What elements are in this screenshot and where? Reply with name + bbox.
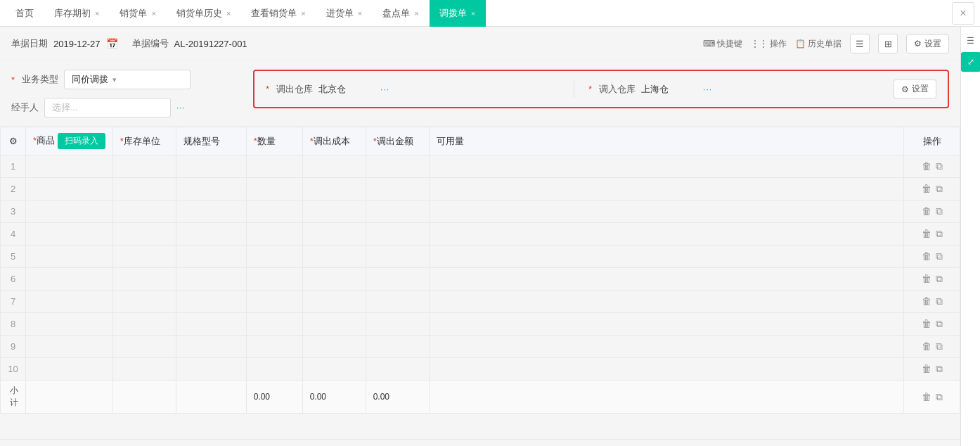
qty-cell[interactable] <box>246 155 302 178</box>
unit-cell[interactable] <box>112 381 176 414</box>
amount-cell[interactable] <box>366 223 429 246</box>
spec-cell[interactable] <box>176 223 246 246</box>
cost-cell[interactable] <box>302 291 366 313</box>
spec-cell[interactable] <box>176 313 246 336</box>
spec-cell[interactable] <box>176 200 246 223</box>
cost-cell[interactable] <box>302 268 366 291</box>
in-warehouse-more-icon[interactable]: ··· <box>703 84 712 94</box>
product-cell[interactable] <box>26 291 113 313</box>
handler-select[interactable]: 选择... <box>44 98 171 117</box>
spec-cell[interactable] <box>176 336 246 358</box>
tab-close-purchase-order[interactable]: × <box>358 9 362 18</box>
qty-cell[interactable] <box>246 336 302 358</box>
tab-home[interactable]: 首页 <box>6 0 44 27</box>
list-view-button[interactable]: ☰ <box>850 34 870 53</box>
amount-cell[interactable] <box>366 246 429 268</box>
unit-cell[interactable] <box>112 291 176 313</box>
product-cell[interactable] <box>26 313 113 336</box>
copy-row-button[interactable]: ⧉ <box>936 228 943 239</box>
cost-cell[interactable] <box>302 313 366 336</box>
unit-cell[interactable] <box>112 223 176 246</box>
tab-close-inventory-init[interactable]: × <box>95 9 99 18</box>
tab-sales-history[interactable]: 销货单历史 × <box>167 0 241 27</box>
copy-row-button[interactable]: ⧉ <box>936 363 943 374</box>
window-close-button[interactable]: × <box>952 2 974 25</box>
spec-cell[interactable] <box>176 381 246 414</box>
warehouse-settings-button[interactable]: ⚙ 设置 <box>894 79 936 98</box>
delete-row-button[interactable]: 🗑 <box>922 318 931 329</box>
spec-cell[interactable] <box>176 155 246 178</box>
product-cell[interactable] <box>26 268 113 291</box>
qty-cell[interactable] <box>246 223 302 246</box>
amount-cell[interactable] <box>366 358 429 381</box>
tab-view-sales[interactable]: 查看销货单 × <box>241 0 316 27</box>
amount-cell[interactable] <box>366 313 429 336</box>
spec-cell[interactable] <box>176 246 246 268</box>
cost-cell[interactable] <box>302 246 366 268</box>
spec-cell[interactable] <box>176 358 246 381</box>
qty-cell[interactable] <box>246 313 302 336</box>
unit-cell[interactable] <box>112 268 176 291</box>
copy-row-button[interactable]: ⧉ <box>936 160 943 172</box>
product-cell[interactable] <box>26 381 113 414</box>
cost-cell[interactable] <box>302 178 366 200</box>
delete-row-button[interactable]: 🗑 <box>922 295 931 307</box>
cost-cell[interactable] <box>302 200 366 223</box>
copy-row-button[interactable]: ⧉ <box>936 273 943 284</box>
tab-transfer[interactable]: 调拨单 × <box>430 0 486 27</box>
grid-view-button[interactable]: ⊞ <box>878 34 898 53</box>
operations-action[interactable]: ⋮⋮ 操作 <box>751 38 787 50</box>
amount-cell[interactable] <box>366 155 429 178</box>
tab-close-view-sales[interactable]: × <box>301 9 305 18</box>
tab-sales-order[interactable]: 销货单 × <box>110 0 166 27</box>
delete-row-button[interactable]: 🗑 <box>922 250 931 262</box>
copy-row-button[interactable]: ⧉ <box>936 295 943 307</box>
spec-cell[interactable] <box>176 268 246 291</box>
amount-cell[interactable] <box>366 291 429 313</box>
product-cell[interactable] <box>26 246 113 268</box>
product-cell[interactable] <box>26 200 113 223</box>
qty-cell[interactable] <box>246 358 302 381</box>
calendar-icon[interactable]: 📅 <box>106 38 118 49</box>
copy-row-button[interactable]: ⧉ <box>936 250 943 262</box>
scan-button[interactable]: 扫码录入 <box>58 133 105 149</box>
sidebar-list-button[interactable]: ☰ <box>962 32 979 49</box>
copy-row-button[interactable]: ⧉ <box>936 391 943 402</box>
unit-cell[interactable] <box>112 358 176 381</box>
qty-cell[interactable]: 0.00 <box>246 381 302 414</box>
spec-cell[interactable] <box>176 291 246 313</box>
delete-row-button[interactable]: 🗑 <box>922 205 931 217</box>
cost-cell[interactable] <box>302 358 366 381</box>
product-cell[interactable] <box>26 223 113 246</box>
settings-button[interactable]: ⚙ 设置 <box>906 34 949 53</box>
horizontal-scrollbar[interactable] <box>0 439 960 446</box>
qty-cell[interactable] <box>246 268 302 291</box>
qty-cell[interactable] <box>246 246 302 268</box>
qty-cell[interactable] <box>246 200 302 223</box>
delete-row-button[interactable]: 🗑 <box>922 363 931 374</box>
delete-row-button[interactable]: 🗑 <box>922 160 931 172</box>
unit-cell[interactable] <box>112 313 176 336</box>
amount-cell[interactable] <box>366 178 429 200</box>
cost-cell[interactable] <box>302 336 366 358</box>
unit-cell[interactable] <box>112 200 176 223</box>
history-action[interactable]: 📋 历史单据 <box>795 38 842 50</box>
unit-cell[interactable] <box>112 178 176 200</box>
copy-row-button[interactable]: ⧉ <box>936 183 943 194</box>
cost-cell[interactable] <box>302 155 366 178</box>
cost-cell[interactable]: 0.00 <box>302 381 366 414</box>
cost-cell[interactable] <box>302 223 366 246</box>
delete-row-button[interactable]: 🗑 <box>922 228 931 239</box>
copy-row-button[interactable]: ⧉ <box>936 318 943 329</box>
tab-stocktake[interactable]: 盘点单 × <box>373 0 429 27</box>
tab-close-sales-history[interactable]: × <box>226 9 231 18</box>
gear-col-header[interactable]: ⚙ <box>1 127 26 155</box>
unit-cell[interactable] <box>112 155 176 178</box>
delete-row-button[interactable]: 🗑 <box>922 273 931 284</box>
tab-close-transfer[interactable]: × <box>471 9 475 18</box>
tab-purchase-order[interactable]: 进货单 × <box>316 0 373 27</box>
unit-cell[interactable] <box>112 336 176 358</box>
copy-row-button[interactable]: ⧉ <box>936 340 943 352</box>
tab-inventory-init[interactable]: 库存期初 × <box>44 0 110 27</box>
product-cell[interactable] <box>26 178 113 200</box>
